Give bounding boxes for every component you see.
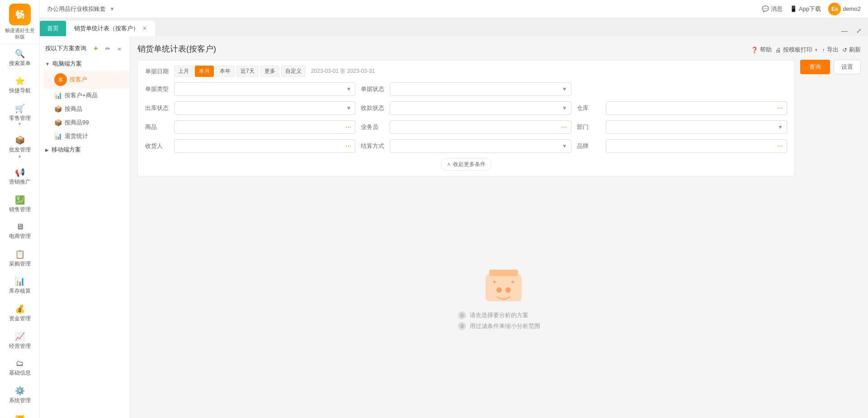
by-customer-circle: 客	[54, 73, 67, 86]
tree-group-pc: ▼ 电脑端方案 客 按客户 📊 按客户+商品	[40, 57, 130, 143]
doc-type-select[interactable]: ▼	[174, 82, 355, 96]
recipient-ellipsis: ···	[345, 142, 351, 150]
sidebar-item-inventory[interactable]: 📊 库存核算	[0, 272, 39, 299]
filter-row-4: 收货人 ··· 结算方式 ▼	[145, 139, 787, 153]
search-icon: 🔍	[15, 49, 25, 59]
chevron-down-icon: ▼	[45, 62, 50, 66]
recipient-select[interactable]: ···	[174, 139, 355, 153]
download-icon: 📱	[790, 5, 797, 12]
tabbar: 首页 销货单统计表（按客户） ✕ — ⤢	[40, 18, 868, 36]
tree-child-by-product-label: 按商品	[65, 105, 82, 113]
sidebar-item-system[interactable]: ⚙️ 系统管理	[0, 381, 39, 409]
collapse-button[interactable]: ∧ 收起更多条件	[441, 158, 491, 171]
tree-child-product-99[interactable]: 📦 按商品99	[43, 116, 130, 129]
tree-child-by-customer[interactable]: 客 按客户	[43, 71, 130, 89]
date-pill-last-7[interactable]: 近7天	[236, 66, 259, 77]
date-pill-last-month[interactable]: 上月	[174, 66, 193, 77]
tab-minimize-button[interactable]: —	[839, 25, 850, 36]
left-panel-title: 按以下方案查询	[45, 44, 86, 52]
sales-icon: 💹	[15, 195, 25, 205]
filter-panel: 单据日期 上月 本月 本年 近7天 更多 自定义 2023-03-01 至 20…	[137, 60, 795, 176]
sidebar-item-search[interactable]: 🔍 搜索菜单	[0, 44, 39, 72]
recv-status-select[interactable]: ▼	[390, 101, 571, 115]
sidebar-item-finance[interactable]: 💰 资金管理	[0, 299, 39, 327]
tree-parent-mobile[interactable]: ▶ 移动端方案	[40, 143, 130, 157]
salesman-select[interactable]: ···	[390, 120, 571, 134]
tree-parent-pc[interactable]: ▼ 电脑端方案	[40, 57, 130, 71]
sidebar-item-retail[interactable]: 🛒 零售管理 ▼	[0, 99, 39, 131]
print-chevron-icon: ▼	[814, 48, 819, 52]
filter-product: 商品 ···	[145, 120, 355, 134]
sidebar-item-enterprise[interactable]: 🤝 企业协同	[0, 408, 39, 418]
return-stat-icon: 📊	[54, 133, 62, 140]
tab-close-button[interactable]: ✕	[142, 24, 148, 33]
date-pill-custom[interactable]: 自定义	[281, 66, 306, 77]
tree-child-by-product[interactable]: 📦 按商品	[43, 102, 130, 116]
sidebar-item-purchase[interactable]: 📋 采购管理	[0, 245, 39, 272]
chevron-down-icon: ▼	[109, 6, 115, 12]
refresh-button[interactable]: ↺ 刷新	[842, 46, 861, 54]
sidebar-item-marketing[interactable]: 📢 营销推广	[0, 163, 39, 190]
brand-select[interactable]: ···	[606, 139, 787, 153]
sidebar-item-wholesale[interactable]: 📦 批发管理 ▲	[0, 131, 39, 163]
user-menu[interactable]: Ea demo2	[828, 3, 861, 15]
department-select[interactable]: ▼	[606, 120, 787, 134]
doc-status-chevron: ▼	[562, 86, 567, 92]
tabbar-actions: — ⤢	[839, 25, 868, 36]
collapse-panel-button[interactable]: «	[114, 43, 124, 53]
tree-child-customer-product[interactable]: 📊 按客户+商品	[43, 89, 130, 102]
date-pill-this-year[interactable]: 本年	[216, 66, 235, 77]
salesman-label: 业务员	[361, 123, 386, 131]
brand-ellipsis: ···	[777, 142, 783, 150]
product-select[interactable]: ···	[174, 120, 355, 134]
add-scheme-button[interactable]: +	[91, 43, 101, 53]
date-range: 2023-03-01 至 2023-03-31	[311, 67, 375, 75]
export-label: 导出	[827, 46, 839, 54]
warehouse-select[interactable]: ···	[606, 101, 787, 115]
tree-child-return-stat[interactable]: 📊 退货统计	[43, 129, 130, 143]
sidebar-item-sales[interactable]: 💹 销售管理	[0, 190, 39, 218]
by-customer-icon: 客	[58, 76, 63, 83]
left-panel-actions: + ✏ «	[91, 43, 124, 53]
sidebar-item-wholesale-label: 批发管理	[9, 147, 31, 154]
print-icon: 🖨	[775, 47, 781, 53]
template-print-button[interactable]: 🖨 按模板打印 ▼	[775, 46, 819, 54]
date-pill-more[interactable]: 更多	[260, 66, 279, 77]
tree-child-return-stat-label: 退货统计	[65, 132, 88, 140]
page-tools: ❓ 帮助 🖨 按模板打印 ▼ ↑ 导出 ↺ 刷新	[751, 46, 861, 54]
help-button[interactable]: ❓ 帮助	[751, 46, 772, 54]
export-button[interactable]: ↑ 导出	[822, 46, 839, 54]
recipient-label: 收货人	[145, 142, 170, 150]
tab-home[interactable]: 首页	[40, 21, 66, 36]
app-download-button[interactable]: 📱 App下载	[790, 5, 821, 13]
settle-method-label: 结算方式	[361, 142, 386, 150]
sidebar-item-base[interactable]: 🗂 基础信息	[0, 354, 39, 381]
content: 按以下方案查询 + ✏ « ▼ 电脑端方案 客	[40, 36, 868, 418]
edit-scheme-button[interactable]: ✏	[103, 43, 113, 53]
sidebar-item-operation[interactable]: 📈 经营管理	[0, 327, 39, 355]
filter-salesman: 业务员 ···	[361, 120, 571, 134]
hint-1-num: ①	[458, 311, 466, 319]
query-button[interactable]: 查询	[800, 60, 830, 74]
message-button[interactable]: 💬 消息	[762, 5, 783, 13]
tree-parent-mobile-label: 移动端方案	[52, 146, 81, 154]
sidebar-item-ecommerce-label: 电商管理	[9, 233, 31, 240]
sidebar-item-ecommerce[interactable]: 🖥 电商管理	[0, 218, 39, 245]
user-name: demo2	[843, 5, 861, 12]
ship-status-select[interactable]: ▼	[174, 101, 355, 115]
date-pill-this-month[interactable]: 本月	[195, 66, 214, 77]
export-icon: ↑	[822, 47, 826, 53]
doc-status-select[interactable]: ▼	[390, 82, 571, 96]
settle-method-select[interactable]: ▼	[390, 139, 571, 153]
topbar-dropdown[interactable]: ▼	[109, 6, 115, 12]
help-icon: ❓	[751, 47, 758, 53]
filter-department: 部门 ▼	[577, 120, 787, 134]
sidebar-item-quick-nav-label: 快捷导航	[9, 87, 31, 95]
empty-hint-1: ① 请先选择要分析的方案	[458, 311, 528, 319]
settings-button[interactable]: 设置	[834, 60, 861, 74]
empty-hint-2: ② 用过滤条件来缩小分析范围	[458, 322, 540, 330]
sidebar-item-quick-nav[interactable]: ⭐ 快捷导航	[0, 71, 39, 99]
filter-action-row: 单据日期 上月 本月 本年 近7天 更多 自定义 2023-03-01 至 20…	[137, 60, 861, 176]
tab-sales-stat[interactable]: 销货单统计表（按客户） ✕	[67, 21, 155, 36]
tab-maximize-button[interactable]: ⤢	[854, 25, 864, 36]
